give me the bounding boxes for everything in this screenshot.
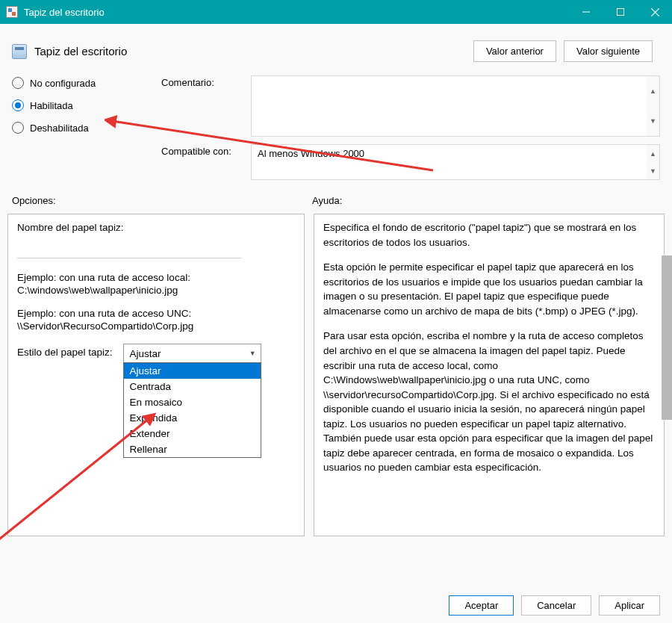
radio-label: Deshabilitada [30, 123, 89, 134]
radio-enabled[interactable]: Habilitada [12, 99, 146, 111]
previous-value-button[interactable]: Valor anterior [473, 40, 556, 62]
cancel-button[interactable]: Cancelar [521, 595, 591, 616]
dropdown-item-expandida[interactable]: Expandida [124, 410, 261, 426]
page-title: Tapiz del escritorio [34, 45, 473, 58]
dropdown-item-mosaico[interactable]: En mosaico [124, 394, 261, 410]
app-icon [6, 6, 18, 18]
compat-up-icon[interactable]: ▲ [647, 145, 659, 162]
radio-disabled[interactable]: Deshabilitada [12, 122, 146, 134]
scrollbar-thumb[interactable] [662, 255, 672, 420]
example-local-label: Ejemplo: con una ruta de acceso local: [17, 272, 295, 283]
help-section-label: Ayuda: [312, 195, 342, 206]
options-panel: Nombre del papel tapiz: Ejemplo: con una… [7, 214, 305, 536]
help-paragraph: Para usar esta opción, escriba el nombre… [323, 329, 655, 475]
policy-icon [12, 44, 27, 59]
comment-field[interactable] [251, 75, 647, 137]
radio-label: No configurada [30, 78, 96, 89]
svg-rect-1 [617, 9, 624, 16]
wallpaper-name-input[interactable] [17, 241, 241, 258]
wallpaper-name-label: Nombre del papel tapiz: [17, 222, 295, 233]
example-unc-path: \\Servidor\RecursoCompartido\Corp.jpg [17, 320, 295, 332]
scrollbar[interactable] [662, 255, 672, 420]
radio-icon [12, 122, 24, 134]
compat-down-icon[interactable]: ▼ [647, 162, 659, 179]
dropdown-item-ajustar[interactable]: Ajustar [124, 363, 261, 379]
dropdown-item-extender[interactable]: Extender [124, 426, 261, 441]
wallpaper-style-label: Estilo del papel tapiz: [17, 344, 113, 358]
minimize-button[interactable] [569, 0, 603, 24]
dropdown-item-rellenar[interactable]: Rellenar [124, 441, 261, 457]
wallpaper-style-combo[interactable]: Ajustar ▼ [123, 344, 261, 363]
window-titlebar: Tapiz del escritorio [0, 0, 672, 24]
example-unc-label: Ejemplo: con una ruta de acceso UNC: [17, 308, 295, 319]
maximize-button[interactable] [603, 0, 638, 24]
next-value-button[interactable]: Valor siguiente [564, 40, 653, 62]
help-paragraph: Esta opción le permite especificar el pa… [323, 260, 655, 318]
help-panel: Especifica el fondo de escritorio ("pape… [314, 214, 665, 536]
apply-button[interactable]: Aplicar [599, 595, 660, 616]
wallpaper-style-dropdown: Ajustar Centrada En mosaico Expandida Ex… [123, 362, 261, 458]
close-button[interactable] [638, 0, 672, 24]
radio-not-configured[interactable]: No configurada [12, 77, 146, 89]
compat-value: Al menos Windows 2000 [251, 144, 647, 180]
options-section-label: Opciones: [12, 195, 312, 206]
comment-up-icon[interactable]: ▲ [647, 76, 659, 106]
radio-label: Habilitada [30, 100, 73, 111]
compat-label: Compatible con: [161, 144, 251, 157]
radio-icon [12, 77, 24, 89]
example-local-path: C:\windows\web\wallpaper\inicio.jpg [17, 285, 295, 296]
comment-down-icon[interactable]: ▼ [647, 106, 659, 136]
combo-value: Ajustar [130, 348, 161, 359]
radio-icon [12, 99, 24, 111]
comment-label: Comentario: [161, 75, 251, 88]
chevron-down-icon: ▼ [249, 350, 256, 357]
ok-button[interactable]: Aceptar [449, 595, 514, 616]
window-title: Tapiz del escritorio [24, 7, 105, 18]
dropdown-item-centrada[interactable]: Centrada [124, 379, 261, 394]
help-paragraph: Especifica el fondo de escritorio ("pape… [323, 220, 655, 249]
